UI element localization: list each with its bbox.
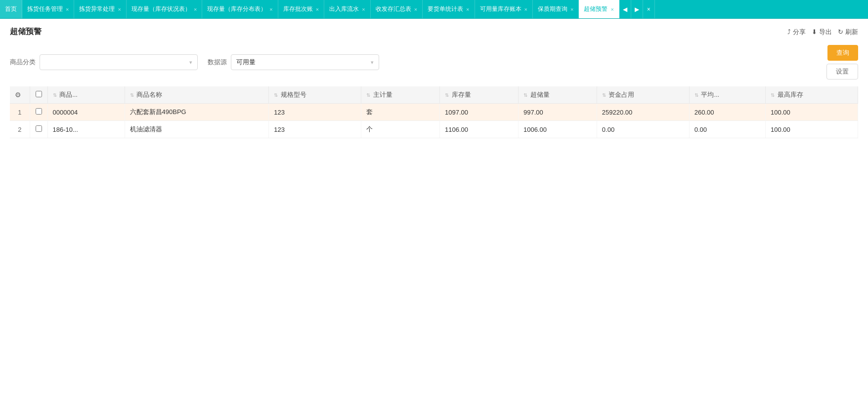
datasource-select[interactable]: 可用量 ▾ xyxy=(231,54,379,70)
datasource-label: 数据源 xyxy=(208,58,227,67)
th-goods-code: ⇅ 商品... xyxy=(47,86,125,104)
sort-icon-max-stock: ⇅ xyxy=(771,92,775,98)
sort-icon-goods-name: ⇅ xyxy=(130,92,134,98)
row-checkbox[interactable] xyxy=(36,125,42,132)
nav-tab-available-acct-label: 可用量库存账本 xyxy=(480,5,521,13)
sort-icon-avg: ⇅ xyxy=(694,92,698,98)
page-title: 超储预警 xyxy=(10,27,42,37)
nav-tab-task-mgmt-label: 拣货任务管理 xyxy=(27,5,63,13)
top-navigation: 首页 拣货任务管理 × 拣货异常处理 × 现存量（库存状况表） × 现存量（库存… xyxy=(0,0,868,19)
row-stock: 1106.00 xyxy=(440,121,519,138)
refresh-button[interactable]: ↻ 刷新 xyxy=(838,28,858,37)
nav-tab-quality-check-label: 保质期查询 xyxy=(538,5,567,13)
gear-icon[interactable]: ⚙ xyxy=(15,91,21,99)
sort-icon-goods-code: ⇅ xyxy=(53,92,57,98)
nav-tab-inout-flow-label: 出入库流水 xyxy=(329,5,359,13)
th-spec: ⇅ 规格型号 xyxy=(269,86,361,104)
nav-tab-overstock-label: 超储预警 xyxy=(584,5,608,13)
nav-tab-stock-dist-label: 现存量（库存分布表） xyxy=(207,5,266,13)
sort-icon-capital: ⇅ xyxy=(602,92,606,98)
nav-tab-order-stats-label: 要货单统计表 xyxy=(428,5,463,13)
nav-tab-order-stats[interactable]: 要货单统计表 × xyxy=(423,0,475,19)
nav-expand-button[interactable]: × xyxy=(643,0,655,19)
row-checkbox-cell xyxy=(30,121,47,138)
nav-tab-collect-summary-label: 收发存汇总表 xyxy=(376,5,411,13)
row-checkbox-cell xyxy=(30,104,47,121)
nav-tab-order-stats-close[interactable]: × xyxy=(466,6,469,12)
datasource-filter: 数据源 可用量 ▾ xyxy=(208,54,379,70)
export-icon: ⬇ xyxy=(812,28,817,36)
nav-tab-batch-label: 库存批次账 xyxy=(283,5,313,13)
sort-icon-spec: ⇅ xyxy=(274,92,278,98)
row-overstock: 1006.00 xyxy=(518,121,597,138)
th-checkbox xyxy=(30,86,47,104)
row-goods-code: 186-10... xyxy=(47,121,125,138)
category-label: 商品分类 xyxy=(10,58,36,67)
nav-tab-task-mgmt[interactable]: 拣货任务管理 × xyxy=(22,0,74,19)
nav-tab-quality-check-close[interactable]: × xyxy=(570,6,573,12)
nav-tab-quality-check[interactable]: 保质期查询 × xyxy=(533,0,579,19)
page-header: 超储预警 ⤴ 分享 ⬇ 导出 ↻ 刷新 xyxy=(10,27,858,37)
query-button[interactable]: 查询 xyxy=(827,45,858,61)
nav-tab-inout-flow[interactable]: 出入库流水 × xyxy=(324,0,370,19)
nav-tab-task-mgmt-close[interactable]: × xyxy=(66,6,69,12)
nav-tab-stock-dist[interactable]: 现存量（库存分布表） × xyxy=(202,0,278,19)
row-capital: 0.00 xyxy=(597,121,689,138)
datasource-value: 可用量 xyxy=(236,58,256,67)
header-actions: ⤴ 分享 ⬇ 导出 ↻ 刷新 xyxy=(787,28,858,37)
settings-button[interactable]: 设置 xyxy=(826,64,858,79)
sort-icon-unit: ⇅ xyxy=(366,92,370,98)
row-spec: 123 xyxy=(269,121,361,138)
nav-tab-inout-flow-close[interactable]: × xyxy=(362,6,365,12)
chevron-down-icon: ▾ xyxy=(189,59,192,66)
nav-next-button[interactable]: ▶ xyxy=(631,0,643,19)
data-table: ⚙ ⇅ 商品... ⇅ 商品名称 ⇅ 规格型号 ⇅ xyxy=(10,86,858,138)
table-row: 1 0000004 六配套新昌490BPG 123 套 1097.00 997.… xyxy=(10,104,858,121)
row-goods-name: 六配套新昌490BPG xyxy=(125,104,269,121)
th-goods-name: ⇅ 商品名称 xyxy=(125,86,269,104)
row-index: 1 xyxy=(10,104,30,121)
th-capital: ⇅ 资金占用 xyxy=(597,86,689,104)
row-spec: 123 xyxy=(269,104,361,121)
export-button[interactable]: ⬇ 导出 xyxy=(812,28,832,37)
nav-tab-stock-status-close[interactable]: × xyxy=(194,6,197,12)
nav-prev-button[interactable]: ◀ xyxy=(619,0,631,19)
refresh-icon: ↻ xyxy=(838,28,843,36)
nav-tab-abnormal-label: 拣货异常处理 xyxy=(79,5,115,13)
share-icon: ⤴ xyxy=(787,28,791,36)
nav-tab-stock-dist-close[interactable]: × xyxy=(269,6,272,12)
row-goods-name: 机油滤清器 xyxy=(125,121,269,138)
nav-tab-stock-status[interactable]: 现存量（库存状况表） × xyxy=(127,0,202,19)
export-label: 导出 xyxy=(819,28,832,37)
category-filter: 商品分类 ▾ xyxy=(10,54,198,70)
th-max-stock: ⇅ 最高库存 xyxy=(765,86,858,104)
row-goods-code: 0000004 xyxy=(47,104,125,121)
nav-tab-batch-close[interactable]: × xyxy=(316,6,319,12)
sort-icon-stock: ⇅ xyxy=(445,92,449,98)
nav-tab-batch[interactable]: 库存批次账 × xyxy=(278,0,324,19)
nav-tab-home[interactable]: 首页 xyxy=(0,0,22,19)
row-avg: 0.00 xyxy=(689,121,765,138)
refresh-label: 刷新 xyxy=(845,28,858,37)
category-select[interactable]: ▾ xyxy=(40,54,198,70)
nav-tab-collect-summary[interactable]: 收发存汇总表 × xyxy=(371,0,423,19)
row-max-stock: 100.00 xyxy=(765,104,858,121)
nav-tab-overstock-close[interactable]: × xyxy=(610,6,613,12)
nav-tab-available-acct-close[interactable]: × xyxy=(524,6,527,12)
th-gear: ⚙ xyxy=(10,86,30,104)
row-checkbox[interactable] xyxy=(36,108,42,115)
nav-tab-overstock[interactable]: 超储预警 × xyxy=(579,0,619,19)
filter-row: 商品分类 ▾ 数据源 可用量 ▾ 查询 设置 xyxy=(10,45,858,79)
share-button[interactable]: ⤴ 分享 xyxy=(787,28,806,37)
nav-tab-available-acct[interactable]: 可用量库存账本 × xyxy=(475,0,533,19)
share-label: 分享 xyxy=(793,28,806,37)
nav-tab-abnormal[interactable]: 拣货异常处理 × xyxy=(74,0,126,19)
th-overstock: ⇅ 超储量 xyxy=(518,86,597,104)
sort-icon-overstock: ⇅ xyxy=(523,92,527,98)
th-stock: ⇅ 库存量 xyxy=(440,86,519,104)
select-all-checkbox[interactable] xyxy=(36,91,42,97)
nav-tab-abnormal-close[interactable]: × xyxy=(118,6,121,12)
th-avg: ⇅ 平均... xyxy=(689,86,765,104)
row-capital: 259220.00 xyxy=(597,104,689,121)
nav-tab-collect-summary-close[interactable]: × xyxy=(414,6,417,12)
